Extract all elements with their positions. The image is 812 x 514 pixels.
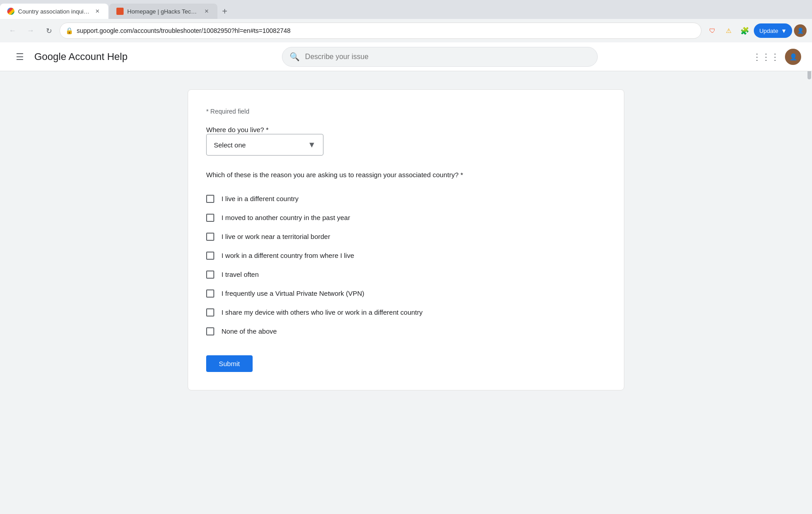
header-right-area: ⋮⋮⋮ 👤: [752, 49, 801, 65]
tab-active[interactable]: Country association inquiry - Goo... ✕: [0, 4, 108, 19]
warning-icon[interactable]: ⚠: [721, 23, 736, 38]
lock-icon: 🔒: [65, 27, 73, 34]
reload-button[interactable]: ↻: [42, 23, 56, 38]
update-label: Update: [759, 28, 778, 34]
user-avatar[interactable]: 👤: [785, 49, 801, 65]
checkbox-3[interactable]: [206, 233, 214, 241]
hamburger-menu[interactable]: ☰: [11, 48, 29, 66]
site-header: ☰ Google Account Help 🔍 ⋮⋮⋮ 👤: [0, 42, 812, 71]
select-placeholder: Select one: [214, 141, 246, 149]
where-label: Where do you live? *: [206, 126, 268, 133]
tab-close-icon[interactable]: ✕: [94, 8, 101, 15]
checkbox-item-4: I work in a different country from where…: [206, 246, 606, 265]
checkbox-item-2: I moved to another country in the past y…: [206, 208, 606, 227]
scrollbar[interactable]: [807, 71, 812, 514]
checkbox-item-6: I frequently use a Virtual Private Netwo…: [206, 284, 606, 303]
apps-grid-icon[interactable]: ⋮⋮⋮: [752, 51, 780, 62]
search-input[interactable]: [305, 53, 590, 61]
tab-label-1: Country association inquiry - Goo...: [18, 8, 90, 15]
browser-chrome: Country association inquiry - Goo... ✕ H…: [0, 0, 812, 42]
checkbox-item-3: I live or work near a territorial border: [206, 227, 606, 246]
checkbox-6[interactable]: [206, 289, 214, 298]
checkbox-label-6: I frequently use a Virtual Private Netwo…: [221, 289, 364, 297]
page-content: * Required field Where do you live? * Se…: [180, 71, 632, 514]
country-select[interactable]: Select one ▼: [206, 134, 323, 156]
address-bar[interactable]: 🔒 support.google.com/accounts/troublesho…: [60, 23, 701, 39]
checkbox-label-4: I work in a different country from where…: [221, 252, 354, 259]
checkbox-2[interactable]: [206, 214, 214, 222]
tab-bar: Country association inquiry - Goo... ✕ H…: [0, 0, 812, 19]
update-button[interactable]: Update ▼: [754, 23, 792, 38]
checkbox-1[interactable]: [206, 195, 214, 203]
tab-favicon-ghacks: [116, 8, 124, 15]
select-wrapper: Select one ▼: [206, 134, 323, 156]
checkbox-item-8: None of the above: [206, 322, 606, 341]
required-notice: * Required field: [206, 108, 606, 115]
new-tab-button[interactable]: +: [217, 4, 232, 19]
nav-bar: ← → ↻ 🔒 support.google.com/accounts/trou…: [0, 19, 812, 42]
update-arrow-icon: ▼: [781, 28, 787, 34]
checkbox-5[interactable]: [206, 271, 214, 279]
back-button[interactable]: ←: [5, 23, 20, 38]
checkbox-item-5: I travel often: [206, 265, 606, 284]
checkbox-group: I live in a different country I moved to…: [206, 189, 606, 341]
scrollbar-thumb[interactable]: [807, 71, 811, 79]
checkbox-label-2: I moved to another country in the past y…: [221, 214, 350, 221]
checkbox-label-1: I live in a different country: [221, 195, 299, 202]
checkbox-label-3: I live or work near a territorial border: [221, 233, 330, 240]
address-text: support.google.com/accounts/troubleshoot…: [77, 27, 696, 34]
tab-favicon-google: [7, 8, 14, 15]
tab-inactive[interactable]: Homepage | gHacks Technology News ✕: [109, 4, 217, 19]
checkbox-label-5: I travel often: [221, 271, 259, 278]
checkbox-8[interactable]: [206, 327, 214, 335]
chevron-down-icon: ▼: [308, 140, 316, 150]
checkbox-7[interactable]: [206, 308, 214, 317]
search-bar[interactable]: 🔍: [282, 47, 598, 67]
extensions-icon[interactable]: 🧩: [738, 23, 752, 38]
checkbox-item-7: I share my device with others who live o…: [206, 303, 606, 322]
checkbox-label-7: I share my device with others who live o…: [221, 308, 423, 316]
page-wrapper: * Required field Where do you live? * Se…: [0, 71, 812, 514]
nav-right: 🛡 ⚠ 🧩 Update ▼ 👤: [705, 23, 807, 38]
reason-question: Which of these is the reason you are ask…: [206, 170, 606, 180]
tab-close-icon-2[interactable]: ✕: [203, 8, 210, 15]
tab-label-2: Homepage | gHacks Technology News: [127, 8, 199, 15]
checkbox-item-1: I live in a different country: [206, 189, 606, 208]
forward-button[interactable]: →: [23, 23, 38, 38]
checkbox-4[interactable]: [206, 252, 214, 260]
site-logo-text: Google Account Help: [34, 51, 128, 63]
search-icon: 🔍: [290, 52, 300, 62]
form-container: * Required field Where do you live? * Se…: [188, 89, 624, 390]
submit-area: Submit: [206, 355, 606, 372]
brave-shield-icon[interactable]: 🛡: [705, 23, 720, 38]
avatar[interactable]: 👤: [794, 24, 807, 37]
submit-button[interactable]: Submit: [206, 355, 253, 372]
checkbox-label-8: None of the above: [221, 327, 277, 335]
